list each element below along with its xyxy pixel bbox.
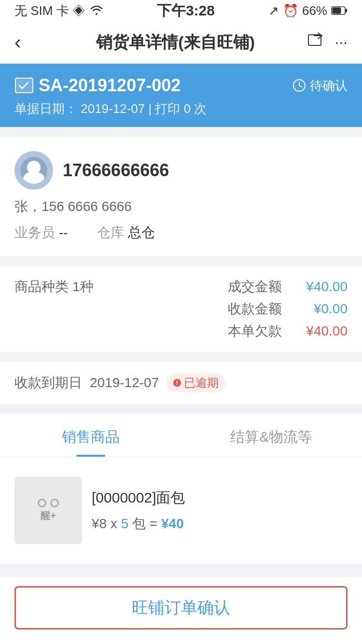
- bottom-bar: 旺铺订单确认: [0, 576, 362, 644]
- amount-line-1: 成交金额 ¥40.00: [228, 278, 348, 296]
- product-types-value: 1种: [72, 278, 94, 296]
- nav-actions: ···: [307, 32, 348, 53]
- amounts-right: 成交金额 ¥40.00 收款金额 ¥0.00 本单欠款 ¥40.00: [228, 278, 348, 340]
- warehouse-label: 仓库: [97, 224, 124, 242]
- owl-logo: 醒+: [38, 499, 59, 522]
- order-banner: SA-20191207-002 待确认 单据日期： 2019-12-07 | 打…: [0, 64, 362, 127]
- overdue-dot-icon: !: [173, 379, 181, 387]
- product-types: 商品种类 1种: [14, 278, 94, 296]
- owl-eyes-icon: [38, 499, 59, 507]
- customer-section: 17666666666 张，156 6666 6666 业务员 -- 仓库 总仓: [0, 137, 362, 256]
- order-id: SA-20191207-002: [14, 75, 181, 96]
- amounts-section: 商品种类 1种 成交金额 ¥40.00 收款金额 ¥0.00 本单欠款 ¥40.…: [0, 266, 362, 352]
- amount-value-1: ¥40.00: [290, 279, 348, 294]
- svg-rect-1: [345, 9, 347, 13]
- overdue-text: 已逾期: [184, 375, 219, 391]
- order-status: 待确认: [292, 77, 348, 94]
- wifi-icon: [90, 3, 103, 18]
- warehouse-meta: 仓库 总仓: [97, 224, 155, 242]
- product-qty: 5: [121, 516, 129, 531]
- status-left: 无 SIM 卡 ◈: [14, 2, 103, 19]
- due-date-value: 2019-12-07: [90, 375, 159, 391]
- nav-bar: ‹ 销货单详情(来自旺铺) ···: [0, 21, 362, 64]
- amount-label-1: 成交金额: [228, 278, 282, 296]
- customer-name: 张，156 6666 6666: [14, 197, 348, 216]
- sales-meta: 业务员 --: [14, 224, 68, 242]
- amount-line-2: 收款金额 ¥0.00: [228, 300, 348, 318]
- product-name: [0000002]面包: [92, 488, 348, 508]
- order-id-text: SA-20191207-002: [39, 75, 181, 96]
- sales-label: 业务员: [14, 224, 55, 242]
- share-button[interactable]: [307, 32, 325, 53]
- product-types-label: 商品种类: [14, 278, 69, 296]
- product-details: [0000002]面包 ¥8 x 5 包 = ¥40: [92, 488, 348, 533]
- customer-top: 17666666666: [14, 151, 348, 190]
- price-equals: =: [150, 516, 161, 531]
- avatar: [14, 151, 53, 190]
- battery-percentage: 66%: [302, 3, 327, 18]
- tab-sales-products[interactable]: 销售商品: [0, 414, 181, 457]
- status-right: ↗ ⏰ 66%: [268, 3, 348, 18]
- svg-rect-5: [15, 78, 33, 93]
- svg-rect-2: [333, 7, 341, 14]
- owl-logo-text: 醒+: [41, 509, 56, 522]
- due-date-label: 收款到期日: [14, 374, 82, 392]
- amount-label-3: 本单欠款: [228, 322, 282, 340]
- back-button[interactable]: ‹: [14, 31, 43, 53]
- product-item: 醒+ [0000002]面包 ¥8 x 5 包 = ¥40: [14, 467, 348, 554]
- more-button[interactable]: ···: [334, 33, 348, 51]
- alarm-icon: ⏰: [283, 3, 298, 18]
- page-title: 销货单详情(来自旺铺): [96, 31, 255, 54]
- tab-settlement-label: 结算&物流等: [230, 429, 312, 445]
- customer-phone: 17666666666: [63, 160, 169, 181]
- tab-settlement[interactable]: 结算&物流等: [181, 414, 362, 457]
- owl-left-eye: [38, 499, 46, 507]
- product-unit-price: ¥8: [92, 516, 107, 531]
- tabs-section: 销售商品 结算&物流等 醒+ [0000002]面包: [0, 414, 362, 563]
- amount-line-3: 本单欠款 ¥40.00: [228, 322, 348, 340]
- owl-right-eye: [50, 499, 59, 507]
- amounts-row: 商品种类 1种 成交金额 ¥40.00 收款金额 ¥0.00 本单欠款 ¥40.…: [14, 278, 348, 340]
- status-time: 下午3:28: [157, 1, 215, 21]
- amount-value-3: ¥40.00: [290, 323, 348, 339]
- customer-meta: 业务员 -- 仓库 总仓: [14, 224, 348, 242]
- product-price-line: ¥8 x 5 包 = ¥40: [92, 515, 348, 533]
- order-status-text: 待确认: [310, 77, 348, 94]
- tab-sales-label: 销售商品: [62, 429, 120, 445]
- amount-value-2: ¥0.00: [290, 301, 348, 317]
- no-sim-label: 无 SIM 卡 ◈: [14, 2, 85, 19]
- location-icon: ↗: [268, 3, 279, 18]
- product-total: ¥40: [161, 516, 184, 531]
- amounts-left: 商品种类 1种: [14, 278, 94, 296]
- product-list: 醒+ [0000002]面包 ¥8 x 5 包 = ¥40: [0, 457, 362, 563]
- overdue-badge: ! 已逾期: [167, 373, 225, 392]
- product-thumb-inner: 醒+: [14, 476, 82, 544]
- price-multiply: x: [111, 516, 121, 531]
- sales-value: --: [59, 225, 68, 240]
- warehouse-value: 总仓: [128, 224, 155, 242]
- battery-icon: [331, 3, 348, 18]
- order-date: 单据日期： 2019-12-07 | 打印 0 次: [14, 100, 348, 117]
- confirm-order-button[interactable]: 旺铺订单确认: [14, 586, 348, 630]
- due-date-section: 收款到期日 2019-12-07 ! 已逾期: [0, 362, 362, 404]
- order-banner-top: SA-20191207-002 待确认: [14, 75, 348, 96]
- amount-label-2: 收款金额: [228, 300, 282, 318]
- product-thumbnail: 醒+: [14, 476, 82, 544]
- product-unit: 包: [132, 516, 146, 531]
- tabs-row: 销售商品 结算&物流等: [0, 414, 362, 457]
- svg-rect-3: [308, 35, 321, 45]
- status-bar: 无 SIM 卡 ◈ 下午3:28 ↗ ⏰ 66%: [0, 0, 362, 21]
